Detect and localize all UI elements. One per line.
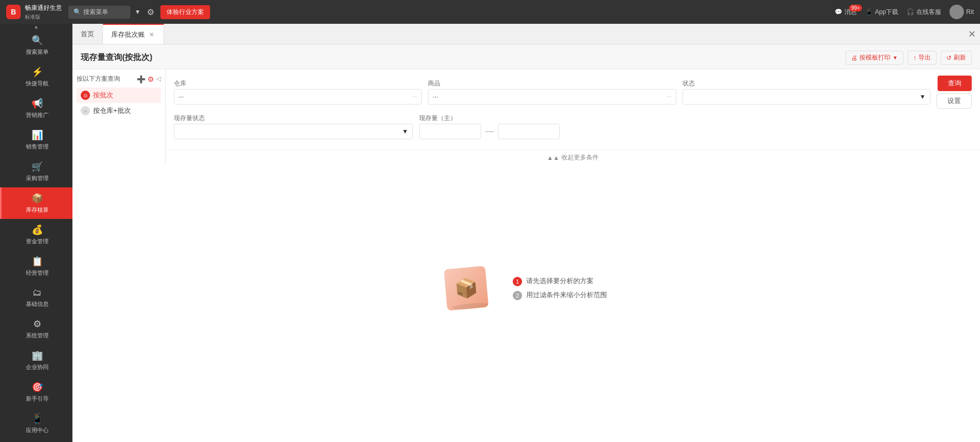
messages-badge: 99+ [849, 5, 862, 11]
sidebar-label-quick-nav: 快捷导航 [26, 80, 49, 87]
sidebar-item-purchase[interactable]: 🛒 采购管理 [0, 156, 72, 187]
tab-close-icon[interactable]: ✕ [148, 30, 155, 39]
newbie-icon: 🎯 [32, 381, 43, 393]
marketing-icon: 📢 [32, 98, 43, 109]
inventory-qty-dash: — [483, 127, 496, 136]
sidebar-label-newbie: 新手引导 [26, 395, 49, 403]
app-download-item[interactable]: 📱 App下载 [865, 8, 898, 17]
settings-gear-icon[interactable]: ⚙ [147, 7, 154, 17]
warehouse-input[interactable]: ··· ··· [174, 89, 422, 105]
hint-2-text: 用过滤条件来缩小分析范围 [526, 290, 607, 300]
collapse-more-button[interactable]: ▲▲ 收起更多条件 [166, 150, 980, 165]
messages-item[interactable]: 💬 消息 99+ [835, 8, 857, 17]
filter-actions: 查询 设置 [937, 75, 972, 109]
search-icon: 🔍 [73, 8, 81, 16]
inventory-icon: 📦 [32, 193, 43, 204]
sidebar-item-inventory[interactable]: 📦 库存核算 [0, 187, 72, 219]
query-button[interactable]: 查询 [938, 76, 972, 91]
sidebar-item-finance[interactable]: 💰 资金管理 [0, 219, 72, 251]
template-print-button[interactable]: 🖨 按模板打印 ▼ [845, 51, 903, 65]
sidebar-item-wechat[interactable]: 💬 企业微信 [0, 439, 72, 442]
user-item[interactable]: Rit [949, 5, 974, 19]
inventory-status-label: 现存量状态 [174, 114, 413, 123]
tab-home[interactable]: 首页 [72, 24, 103, 44]
sidebar-item-sales[interactable]: 📊 销售管理 [0, 124, 72, 156]
scheme-by-warehouse-batch[interactable]: ○ 按仓库+批次 [77, 103, 161, 119]
tab-inventory-batch[interactable]: 库存批次账 ✕ [103, 24, 164, 44]
hint-1-text: 请先选择要分析的方案 [526, 276, 593, 286]
headset-icon: 🎧 [907, 8, 914, 16]
inventory-qty-range: — [419, 124, 658, 139]
trial-button[interactable]: 体验行业方案 [160, 5, 210, 19]
content-area: 首页 库存批次账 ✕ ✕ 现存量查询(按批次) 🖨 按模板打印 ▼ [72, 24, 980, 442]
app-version: 标准版 [25, 13, 64, 21]
refresh-icon: ↺ [946, 54, 952, 62]
empty-icon-wrap: 📦 [446, 262, 497, 314]
inventory-qty-min[interactable] [419, 124, 481, 139]
sidebar-scroll-up[interactable]: ▲ [0, 24, 72, 30]
print-dropdown-arrow-icon: ▼ [893, 55, 898, 61]
export-button[interactable]: ↑ 导出 [908, 51, 937, 65]
page-title: 现存量查询(按批次) [81, 52, 153, 63]
page-header-actions: 🖨 按模板打印 ▼ ↑ 导出 ↺ 刷新 [845, 51, 972, 65]
sidebar-label-purchase: 采购管理 [26, 174, 49, 182]
sidebar-item-basic[interactable]: 🗂 基础信息 [0, 282, 72, 313]
tab-bar-close-button[interactable]: ✕ [968, 28, 976, 40]
status-label: 状态 [682, 79, 930, 88]
sales-icon: 📊 [32, 129, 43, 141]
warehouse-label: 仓库 [174, 79, 422, 88]
tab-inventory-batch-label: 库存批次账 [111, 30, 145, 39]
sidebar-item-marketing[interactable]: 📢 营销推广 [0, 93, 72, 124]
menu-search[interactable]: 🔍 搜索菜单 [68, 6, 130, 19]
collapse-more-label: 收起更多条件 [561, 153, 599, 162]
app-download-label: App下载 [875, 8, 898, 17]
product-placeholder: ··· [433, 93, 438, 100]
scheme-panel-actions: ➕ ⚙ ◁ [137, 75, 161, 83]
username: Rit [966, 8, 974, 16]
filter-right: 仓库 ··· ··· 商品 ··· ··· [166, 69, 980, 165]
inventory-status-dropdown-icon: ▼ [402, 128, 408, 135]
search-icon: 🔍 [32, 35, 43, 46]
scheme-batch-label: 按批次 [93, 91, 113, 100]
scheme-add-button[interactable]: ➕ [137, 75, 145, 83]
inventory-status-select[interactable]: ▼ [174, 124, 413, 139]
sidebar-label-finance: 资金管理 [26, 238, 49, 245]
status-select[interactable]: ▼ [682, 89, 930, 105]
inventory-status-field: 现存量状态 ▼ [174, 114, 413, 139]
product-input[interactable]: ··· ··· [428, 89, 676, 105]
search-dropdown[interactable]: ▼ [135, 8, 141, 16]
filter-area: 按以下方案查询 ➕ ⚙ ◁ ⊙ 按批次 ○ 按仓库+批次 [72, 69, 980, 165]
inventory-qty-field: 现存量（主） — [419, 114, 658, 139]
sidebar-label-sales: 销售管理 [26, 143, 49, 151]
corp-icon: 🏢 [32, 350, 43, 361]
online-service-label: 在线客服 [916, 8, 941, 17]
sidebar-item-apps[interactable]: 📱 应用中心 [0, 408, 72, 439]
sidebar-item-quick-nav[interactable]: ⚡ 快捷导航 [0, 61, 72, 93]
sidebar-item-newbie[interactable]: 🎯 新手引导 [0, 376, 72, 408]
sidebar-item-corp[interactable]: 🏢 企业协同 [0, 345, 72, 376]
topbar-right: 💬 消息 99+ 📱 App下载 🎧 在线客服 Rit [835, 5, 974, 19]
refresh-button[interactable]: ↺ 刷新 [941, 51, 972, 65]
empty-state-content: 📦 1 请先选择要分析的方案 2 用过滤条件来缩小分析范围 [446, 262, 607, 314]
inventory-qty-max[interactable] [498, 124, 560, 139]
warehouse-more-icon: ··· [413, 94, 417, 99]
app-name-wrap: 畅康通好生意 标准版 [25, 4, 64, 21]
scheme-settings-button[interactable]: ⚙ [147, 75, 154, 83]
topbar: B 畅康通好生意 标准版 🔍 搜索菜单 ▼ ⚙ 体验行业方案 💬 消息 99+ … [0, 0, 980, 24]
sidebar-item-search[interactable]: 🔍 搜索菜单 [0, 30, 72, 61]
tab-home-label: 首页 [81, 30, 94, 39]
export-label: 导出 [918, 53, 931, 62]
scheme-panel-title: 按以下方案查询 [77, 75, 120, 83]
settings-button[interactable]: 设置 [937, 93, 972, 109]
filter-row-2: 现存量状态 ▼ 现存量（主） — [174, 114, 972, 139]
refresh-label: 刷新 [954, 53, 966, 62]
empty-hint-2: 2 用过滤条件来缩小分析范围 [513, 290, 607, 300]
sidebar-item-operation[interactable]: 📋 经营管理 [0, 251, 72, 282]
online-service-item[interactable]: 🎧 在线客服 [907, 8, 941, 17]
collapse-up-icon: ▲▲ [547, 154, 559, 161]
sidebar-label-apps: 应用中心 [26, 426, 49, 434]
scheme-panel-collapse-icon[interactable]: ◁ [156, 75, 161, 83]
sidebar-item-system[interactable]: ⚙ 系统管理 [0, 313, 72, 345]
warehouse-field: 仓库 ··· ··· [174, 79, 422, 105]
scheme-by-batch[interactable]: ⊙ 按批次 [77, 87, 161, 103]
